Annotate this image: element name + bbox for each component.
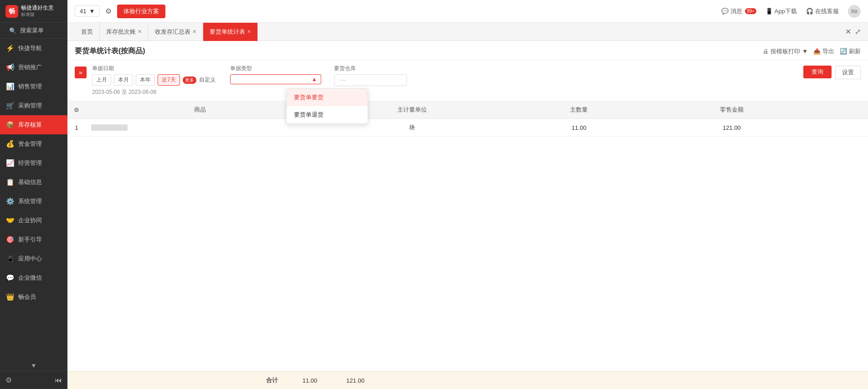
date-curr-year[interactable]: 本年: [136, 74, 155, 86]
nav-label-purchase: 采购管理: [18, 102, 42, 110]
sidebar-item-inventory[interactable]: 📦 库存核算: [0, 115, 67, 134]
nav-icon-enterprise: 🤝: [5, 216, 15, 225]
filter-expand-button[interactable]: »: [75, 67, 87, 78]
nav-icon-inventory: 📦: [5, 120, 15, 129]
tab-order-stats[interactable]: 要货单统计表✕: [203, 23, 258, 41]
sidebar: 畅 畅捷通好生意 标准版 🔍 搜索菜单 ⚡ 快捷导航 📢 营销推广 📊 销售管理…: [0, 0, 67, 389]
tab-home[interactable]: 首页: [75, 23, 100, 41]
date-filter-group: 单据日期 上月 本月 本年 近7天 更多 自定义 2023-05-06 至 20…: [92, 65, 216, 96]
cell-product: [86, 119, 314, 137]
export-action[interactable]: 📤 导出: [813, 47, 834, 56]
sidebar-item-enterprise[interactable]: 🤝 企业协同: [0, 211, 67, 230]
date-7days[interactable]: 近7天: [158, 74, 180, 86]
date-custom[interactable]: 自定义: [199, 76, 216, 84]
messages-action[interactable]: 💬 消息 99+: [721, 7, 756, 15]
tab-label-recv-summary: 收发存汇总表: [155, 28, 190, 36]
dropdown-item-demand[interactable]: 要货单要货: [287, 89, 368, 106]
sidebar-item-system[interactable]: ⚙️ 系统管理: [0, 192, 67, 211]
logo-name: 畅捷通好生意: [21, 5, 54, 12]
customer-service-action[interactable]: 🎧 在线客服: [806, 7, 839, 15]
settings-button[interactable]: 设置: [835, 66, 861, 79]
messages-badge: 99+: [745, 8, 756, 14]
print-template-action[interactable]: 🖨 按模板打印 ▼: [763, 47, 808, 56]
phone-icon: 📱: [765, 8, 773, 15]
warehouse-input[interactable]: ···: [334, 74, 407, 86]
tab-close-all-icon[interactable]: ✕: [845, 27, 851, 36]
sidebar-item-member[interactable]: 👑 畅会员: [0, 287, 67, 307]
nav-icon-system: ⚙️: [5, 197, 15, 206]
nav-label-inventory: 库存核算: [18, 121, 42, 129]
nav-label-app-center: 应用中心: [18, 255, 42, 263]
sidebar-item-wechat[interactable]: 💬 企业微信: [0, 268, 67, 287]
filter-bar: » 单据日期 上月 本月 本年 近7天 更多 自定义 2023-05-06 至 …: [67, 60, 868, 101]
nav-label-quick-nav: 快捷导航: [18, 44, 42, 52]
avatar[interactable]: Rit: [848, 5, 861, 18]
sidebar-scroll-down[interactable]: ▼: [0, 360, 67, 371]
sidebar-item-purchase[interactable]: 🛒 采购管理: [0, 96, 67, 115]
nav-label-member: 畅会员: [18, 293, 36, 301]
nav-icon-marketing: 📢: [5, 63, 15, 72]
tab-close-order-stats[interactable]: ✕: [247, 29, 251, 35]
type-filter-label: 单据类型: [230, 65, 252, 72]
sidebar-item-sales[interactable]: 📊 销售管理: [0, 77, 67, 96]
col-extra-header: [815, 101, 868, 119]
chevron-down-icon: ▼: [31, 362, 37, 369]
sidebar-item-finance[interactable]: 💰 资金管理: [0, 134, 67, 154]
sidebar-search[interactable]: 🔍 搜索菜单: [0, 23, 67, 39]
collapse-icon[interactable]: ⏮: [55, 376, 62, 384]
nav-icon-purchase: 🛒: [5, 101, 15, 110]
type-select[interactable]: ▲: [230, 74, 321, 84]
date-more-badge[interactable]: 更多: [183, 77, 196, 84]
company-name: 41: [80, 8, 86, 15]
header-settings-icon[interactable]: ⚙: [105, 7, 112, 15]
nav-icon-app-center: 📱: [5, 254, 15, 263]
print-label: 按模板打印: [770, 47, 800, 56]
query-button[interactable]: 查询: [803, 66, 832, 78]
sidebar-item-guide[interactable]: 🎯 新手引导: [0, 230, 67, 249]
page-title: 要货单统计表(按商品): [75, 46, 145, 56]
tab-fullscreen-icon[interactable]: ⤢: [855, 27, 861, 36]
sidebar-bottom: ⚙ ⏮: [0, 371, 67, 389]
date-buttons: 上月 本月 本年 近7天 更多 自定义: [92, 74, 216, 86]
logo-sub: 标准版: [21, 11, 54, 18]
refresh-icon: 🔄: [840, 48, 847, 55]
messages-label: 消息: [730, 7, 742, 15]
warehouse-filter-group: 要货仓库 ···: [334, 65, 407, 86]
trial-button[interactable]: 体验行业方案: [117, 5, 165, 18]
col-settings-header[interactable]: ⚙: [67, 101, 86, 119]
more-icon[interactable]: ···: [340, 76, 346, 84]
sidebar-item-operations[interactable]: 📈 经营管理: [0, 154, 67, 173]
print-icon: 🖨: [763, 48, 769, 55]
nav-icon-finance: 💰: [5, 139, 15, 148]
cell-row-num: 1: [67, 119, 86, 137]
date-prev-month[interactable]: 上月: [92, 74, 111, 86]
nav-label-guide: 新手引导: [18, 235, 42, 244]
chevron-up-icon: ▲: [312, 76, 317, 82]
nav-label-finance: 资金管理: [18, 140, 42, 148]
tab-recv-summary[interactable]: 收发存汇总表✕: [149, 23, 203, 41]
page-header: 要货单统计表(按商品) 🖨 按模板打印 ▼ 📤 导出 🔄 刷新: [67, 41, 868, 60]
tab-close-inventory-batch[interactable]: ✕: [138, 29, 142, 35]
app-download-action[interactable]: 📱 App下载: [765, 7, 797, 15]
dropdown-item-return[interactable]: 要货单退货: [287, 106, 368, 123]
sidebar-nav: ⚡ 快捷导航 📢 营销推广 📊 销售管理 🛒 采购管理 📦 库存核算 💰 资金管…: [0, 39, 67, 360]
nav-icon-guide: 🎯: [5, 235, 15, 244]
nav-icon-quick-nav: ⚡: [5, 44, 15, 53]
tab-label-inventory-batch: 库存批次账: [106, 28, 136, 36]
sidebar-item-quick-nav[interactable]: ⚡ 快捷导航: [0, 39, 67, 58]
tab-inventory-batch[interactable]: 库存批次账✕: [100, 23, 149, 41]
date-curr-month[interactable]: 本月: [114, 74, 133, 86]
tab-close-recv-summary[interactable]: ✕: [192, 29, 196, 35]
company-selector[interactable]: 41 ▼: [75, 5, 100, 17]
sidebar-item-marketing[interactable]: 📢 营销推广: [0, 58, 67, 77]
cell-amount: 121.00: [648, 119, 816, 137]
nav-label-enterprise: 企业协同: [18, 216, 42, 225]
chevron-down-icon: ▼: [89, 8, 95, 15]
type-filter-group: 单据类型 ▲: [230, 65, 321, 84]
sidebar-item-app-center[interactable]: 📱 应用中心: [0, 249, 67, 268]
sidebar-item-basic[interactable]: 📋 基础信息: [0, 173, 67, 192]
refresh-action[interactable]: 🔄 刷新: [840, 47, 861, 56]
page-content: 要货单统计表(按商品) 🖨 按模板打印 ▼ 📤 导出 🔄 刷新 »: [67, 41, 868, 389]
settings-icon[interactable]: ⚙: [5, 376, 12, 384]
nav-label-marketing: 营销推广: [18, 63, 42, 72]
